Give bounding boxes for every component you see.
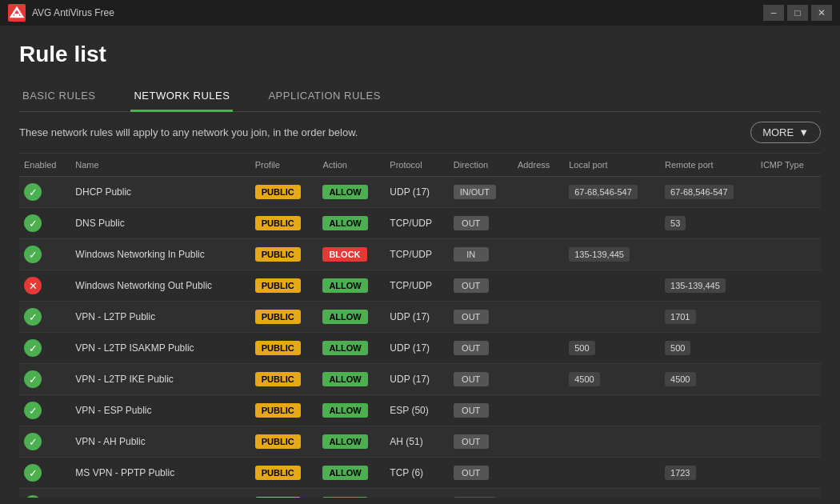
tab-application-rules[interactable]: APPLICATION RULES [265,83,383,112]
info-text: These network rules will apply to any ne… [19,126,358,138]
table-row[interactable]: ✓VPN - L2TP IKE PublicPUBLICALLOWUDP (17… [19,364,821,395]
enabled-icon[interactable]: ✓ [24,402,42,419]
cell-local-port: 4500 [564,364,660,395]
cell-name: VPN - L2TP Public [70,302,250,333]
cell-enabled: ✓ [19,177,70,208]
cell-protocol: UDP (17) [385,333,448,364]
cell-remote-port: 135-139,445 [660,270,756,302]
profile-badge: PUBLIC [255,278,301,293]
cell-icmp [756,239,821,270]
enabled-icon[interactable]: ✓ [24,308,42,326]
cell-direction: OUT [449,208,513,239]
cell-name: GRE Public [70,489,250,498]
cell-icmp [756,489,821,498]
table-row[interactable]: ✓DNS PublicPUBLICALLOWTCP/UDPOUT53 [19,208,821,239]
cell-action: ALLOW [318,426,385,458]
cell-enabled: ✓ [19,333,70,364]
cell-icmp [756,302,821,333]
cell-action: BLOCK [318,239,385,270]
cell-icmp [756,426,821,458]
enabled-icon[interactable]: ✓ [24,433,42,450]
remote-port-badge: 67-68,546-547 [665,185,734,199]
table-row[interactable]: ✓DHCP PublicPUBLICALLOWUDP (17)IN/OUT67-… [19,177,821,208]
enabled-icon[interactable]: ✓ [24,464,42,482]
cell-protocol: TCP/UDP [385,239,448,270]
cell-address [513,395,564,426]
cell-icmp [756,364,821,395]
table-row[interactable]: ✕Windows Networking Out PublicPUBLICALLO… [19,270,821,302]
cell-direction: OUT [449,426,513,458]
local-port-badge: 500 [569,341,594,355]
action-badge: ALLOW [322,434,367,449]
profile-badge: PUBLIC [255,247,301,262]
tab-basic-rules[interactable]: BASIC RULES [19,83,98,112]
table-row[interactable]: ✓VPN - L2TP ISAKMP PublicPUBLICALLOWUDP … [19,333,821,364]
cell-icmp [756,458,821,489]
maximize-button[interactable]: □ [787,5,808,21]
rules-table-wrap[interactable]: Enabled Name Profile Action Protocol Dir… [19,154,821,498]
profile-badge: PUBLIC [255,497,301,498]
cell-local-port [564,208,660,239]
titlebar-controls: – □ ✕ [763,5,832,21]
cell-local-port [564,426,660,458]
profile-badge: PUBLIC [255,434,301,449]
more-button[interactable]: MORE ▼ [750,122,821,143]
enabled-icon[interactable]: ✓ [24,214,42,232]
titlebar-left: AVG AntiVirus Free [8,4,114,22]
cell-name: DHCP Public [70,177,250,208]
table-row[interactable]: ✓Windows Networking In PublicPUBLICBLOCK… [19,239,821,270]
tab-network-rules[interactable]: NETWORK RULES [130,83,233,112]
cell-address [513,458,564,489]
direction-badge: OUT [454,372,489,386]
disabled-icon[interactable]: ✕ [24,277,42,294]
direction-badge: OUT [454,278,489,293]
table-row[interactable]: ✓GRE PublicPUBLICALLOWGRE (47)IN/OUT [19,489,821,498]
cell-enabled: ✓ [19,364,70,395]
col-protocol: Protocol [385,154,448,177]
cell-local-port [564,458,660,489]
cell-action: ALLOW [318,395,385,426]
enabled-icon[interactable]: ✓ [24,339,42,357]
profile-badge: PUBLIC [255,185,301,199]
profile-badge: PUBLIC [255,216,301,230]
minimize-button[interactable]: – [763,5,784,21]
cell-action: ALLOW [318,302,385,333]
cell-enabled: ✓ [19,489,70,498]
cell-remote-port: 53 [660,208,756,239]
enabled-icon[interactable]: ✓ [24,246,42,263]
enabled-icon[interactable]: ✓ [24,370,42,388]
table-row[interactable]: ✓VPN - L2TP PublicPUBLICALLOWUDP (17)OUT… [19,302,821,333]
cell-address [513,364,564,395]
cell-profile: PUBLIC [250,208,318,239]
cell-profile: PUBLIC [250,364,318,395]
cell-name: DNS Public [70,208,250,239]
cell-address [513,489,564,498]
table-row[interactable]: ✓VPN - AH PublicPUBLICALLOWAH (51)OUT [19,426,821,458]
cell-direction: OUT [449,333,513,364]
cell-action: ALLOW [318,364,385,395]
cell-remote-port: 500 [660,333,756,364]
enabled-icon[interactable]: ✓ [24,183,42,201]
profile-badge: PUBLIC [255,310,301,324]
cell-profile: PUBLIC [250,426,318,458]
cell-action: ALLOW [318,333,385,364]
action-badge: ALLOW [322,185,367,199]
enabled-icon[interactable]: ✓ [24,495,42,498]
cell-address [513,426,564,458]
action-badge: ALLOW [322,341,367,355]
close-button[interactable]: ✕ [811,5,832,21]
action-badge: ALLOW [322,310,367,324]
cell-protocol: UDP (17) [385,302,448,333]
cell-enabled: ✓ [19,458,70,489]
col-remote-port: Remote port [660,154,756,177]
cell-enabled: ✓ [19,208,70,239]
table-row[interactable]: ✓MS VPN - PPTP PublicPUBLICALLOWTCP (6)O… [19,458,821,489]
cell-remote-port [660,395,756,426]
cell-direction: OUT [449,302,513,333]
cell-icmp [756,270,821,302]
cell-remote-port: 4500 [660,364,756,395]
table-row[interactable]: ✓VPN - ESP PublicPUBLICALLOWESP (50)OUT [19,395,821,426]
avg-logo-icon [8,4,26,22]
cell-direction: IN [449,239,513,270]
direction-badge: IN/OUT [454,185,496,199]
